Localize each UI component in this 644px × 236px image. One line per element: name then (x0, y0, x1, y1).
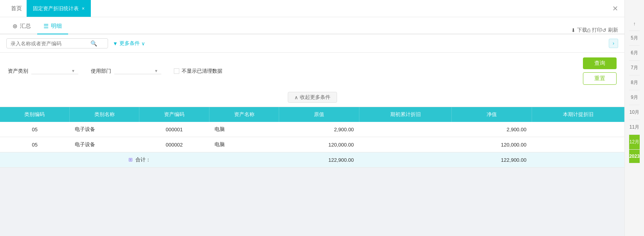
department-select[interactable]: ▼ (114, 68, 161, 74)
home-nav[interactable]: 首页 (6, 5, 27, 12)
right-panel-month-5月[interactable]: 5月 (629, 31, 640, 46)
download-label: 下载 (577, 27, 587, 34)
cell-original-value: 120,000.00 (279, 137, 359, 152)
table-row: 05 电子设备 000001 电脑 2,900.00 2,900.00 (0, 122, 624, 137)
more-filter-label: 更多条件 (119, 40, 140, 47)
total-label-cell: ⊞ 合计： (0, 152, 279, 168)
cell-accum-depreciation (359, 122, 452, 137)
chevron-right-icon: › (613, 41, 614, 46)
col-asset-code: 资产编码 (139, 107, 209, 122)
cell-asset-name: 电脑 (209, 137, 279, 152)
col-original-value: 原值 (279, 107, 359, 122)
total-icon: ⊞ (128, 157, 133, 163)
filter-panel: 资产类别 ▼ 使用部门 ▼ 不显示已清理数据 查询 (0, 53, 624, 107)
window-close-button[interactable]: ✕ (612, 5, 618, 12)
col-net-value: 净值 (452, 107, 532, 122)
refresh-icon: ↺ (602, 27, 606, 33)
col-current-depreciation: 本期计提折旧 (532, 107, 624, 122)
chevron-down-icon: ∨ (141, 41, 145, 46)
top-nav: 首页 固定资产折旧统计表 × ✕ (0, 0, 624, 17)
cell-current-depreciation (532, 137, 624, 152)
table-row: 05 电子设备 000002 电脑 120,000.00 120,000.00 (0, 137, 624, 152)
download-icon: ⬇ (571, 27, 575, 33)
asset-category-select[interactable]: ▼ (31, 68, 78, 74)
right-panel-year[interactable]: 2023 (629, 150, 640, 163)
tab-close-icon[interactable]: × (82, 6, 85, 11)
collapse-button[interactable]: ∧ 收起更多条件 (288, 92, 337, 103)
right-panel-month-10月[interactable]: 10月 (629, 105, 640, 120)
filter-icon: ▼ (113, 41, 118, 46)
col-accum-depreciation: 期初累计折旧 (359, 107, 452, 122)
department-label: 使用部门 (91, 68, 111, 75)
col-category-name: 类别名称 (69, 107, 139, 122)
filter-row: 资产类别 ▼ 使用部门 ▼ 不显示已清理数据 查询 (8, 57, 617, 89)
table-header-row: 类别编码 类别名称 资产编码 资产名称 原值 期初累计折旧 净值 本期计提折旧 (0, 107, 624, 122)
cell-asset-name: 电脑 (209, 122, 279, 137)
search-icon: 🔍 (90, 40, 97, 46)
total-label: 合计： (135, 157, 151, 163)
cell-current-depreciation (532, 122, 624, 137)
active-tab[interactable]: 固定资产折旧统计表 × (27, 0, 91, 17)
detail-icon: ☰ (43, 23, 49, 30)
no-cleared-checkbox-wrap: 不显示已清理数据 (174, 68, 222, 75)
no-cleared-checkbox[interactable] (174, 68, 179, 74)
cell-net-value: 120,000.00 (452, 137, 532, 152)
no-cleared-label: 不显示已清理数据 (182, 68, 222, 75)
tab-detail-label: 明细 (51, 23, 62, 30)
reset-button[interactable]: 重置 (583, 72, 617, 85)
cell-category-code: 05 (0, 137, 69, 152)
right-panel: ↑5月6月7月8月9月10月11月12月2023 (624, 0, 644, 168)
data-table: 类别编码 类别名称 资产编码 资产名称 原值 期初累计折旧 净值 本期计提折旧 … (0, 107, 624, 168)
tab-bar: ⊛ 汇总 ☰ 明细 ⬇ 下载 ⎙ 打印 ↺ 刷新 (0, 17, 624, 34)
cell-accum-depreciation (359, 137, 452, 152)
expand-panel-button[interactable]: › (609, 39, 618, 48)
search-bar: 🔍 ▼ 更多条件 ∨ › (0, 34, 624, 53)
cell-original-value: 2,900.00 (279, 122, 359, 137)
department-arrow-icon: ▼ (154, 69, 158, 73)
collapse-label: 收起更多条件 (300, 94, 330, 101)
right-panel-month-11月[interactable]: 11月 (629, 120, 640, 135)
cell-category-code: 05 (0, 122, 69, 137)
download-button[interactable]: ⬇ 下载 (571, 27, 587, 34)
refresh-button[interactable]: ↺ 刷新 (602, 27, 618, 34)
total-current-depreciation (532, 152, 624, 168)
right-panel-up[interactable]: ↑ (629, 17, 640, 31)
print-button[interactable]: ⎙ 打印 (587, 27, 602, 34)
search-input-wrap: 🔍 (6, 38, 108, 48)
tab-title: 固定资产折旧统计表 (33, 5, 79, 12)
data-table-wrap: 类别编码 类别名称 资产编码 资产名称 原值 期初累计折旧 净值 本期计提折旧 … (0, 107, 624, 168)
total-row: ⊞ 合计： 122,900.00 122,900.00 (0, 152, 624, 168)
col-category-code: 类别编码 (0, 107, 69, 122)
total-original-value: 122,900.00 (279, 152, 359, 168)
print-label: 打印 (592, 27, 602, 34)
cell-category-name: 电子设备 (69, 137, 139, 152)
right-panel-month-8月[interactable]: 8月 (629, 75, 640, 90)
search-input[interactable] (11, 41, 89, 46)
right-panel-month-12月[interactable]: 12月 (629, 135, 640, 150)
department-field: 使用部门 ▼ (91, 68, 161, 75)
asset-category-arrow-icon: ▼ (71, 69, 75, 73)
total-accum-depreciation (359, 152, 452, 168)
right-panel-month-7月[interactable]: 7月 (629, 61, 640, 75)
cell-asset-code: 000002 (139, 137, 209, 152)
cell-asset-code: 000001 (139, 122, 209, 137)
asset-category-field: 资产类别 ▼ (8, 68, 78, 75)
col-asset-name: 资产名称 (209, 107, 279, 122)
cell-net-value: 2,900.00 (452, 122, 532, 137)
right-panel-month-6月[interactable]: 6月 (629, 46, 640, 61)
summary-icon: ⊛ (13, 23, 18, 30)
tab-summary[interactable]: ⊛ 汇总 (6, 19, 37, 34)
print-icon: ⎙ (587, 27, 590, 33)
query-button[interactable]: 查询 (583, 57, 617, 69)
cell-category-name: 电子设备 (69, 122, 139, 137)
collapse-icon: ∧ (294, 95, 298, 100)
right-panel-month-9月[interactable]: 9月 (629, 90, 640, 105)
asset-category-label: 资产类别 (8, 68, 28, 75)
refresh-label: 刷新 (608, 27, 618, 34)
collapse-bar: ∧ 收起更多条件 (8, 89, 617, 107)
tab-summary-label: 汇总 (20, 23, 31, 30)
filter-actions: 查询 重置 (583, 57, 617, 85)
more-filter-button[interactable]: ▼ 更多条件 ∨ (113, 40, 145, 47)
tab-detail[interactable]: ☰ 明细 (37, 19, 68, 34)
total-net-value: 122,900.00 (452, 152, 532, 168)
